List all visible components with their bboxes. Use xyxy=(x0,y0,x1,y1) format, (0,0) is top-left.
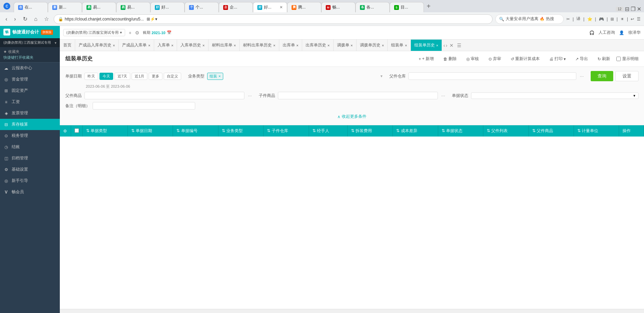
th-gear[interactable]: ⚙ xyxy=(60,125,71,137)
date-btn-today[interactable]: 今天 xyxy=(99,73,113,80)
tab-close-material-out[interactable]: × xyxy=(234,43,236,47)
th-checkbox[interactable] xyxy=(71,125,82,137)
recalculate-button[interactable]: ↺ 重新计算成本 xyxy=(507,55,543,63)
refresh-button[interactable]: ↻ 刷新 xyxy=(594,55,614,63)
tab-close-transfer[interactable]: × xyxy=(351,43,353,47)
game-icon[interactable]: 🎮 xyxy=(599,17,604,22)
th-bill-no[interactable]: ⇅ 单据编号 xyxy=(173,125,218,137)
tab-7[interactable]: 企 企... xyxy=(219,2,253,12)
sidebar-item-tax[interactable]: ⊙ 税务管理 xyxy=(0,130,60,141)
th-bill-type[interactable]: ⇅ 单据类型 xyxy=(82,125,128,137)
print-dropdown-icon[interactable]: ▾ xyxy=(564,57,566,61)
parent-goods-input[interactable] xyxy=(84,92,244,99)
sidebar-item-cloud-report[interactable]: ☁ 云报表中心 xyxy=(0,62,60,74)
calendar-icon[interactable]: 📅 xyxy=(167,30,172,35)
page-tab-assembly[interactable]: 组装单 × xyxy=(388,40,411,51)
show-detail-checkbox[interactable] xyxy=(616,57,621,61)
parent-warehouse-input[interactable] xyxy=(408,72,576,80)
tab-1[interactable]: 在 在... xyxy=(14,2,48,12)
tab-scroll-left[interactable]: ‹ xyxy=(443,43,445,48)
period-selector[interactable]: 账期 2021-10 📅 xyxy=(143,30,172,35)
page-tab-home[interactable]: 首页 xyxy=(60,40,75,51)
forward-button[interactable]: › xyxy=(12,15,18,24)
tab-more[interactable]: ☰ xyxy=(456,43,463,48)
tab-close-transfer-history[interactable]: × xyxy=(382,43,384,47)
th-parent-goods[interactable]: ⇅ 父件商品 xyxy=(528,125,574,137)
new-tab-button[interactable]: + xyxy=(424,2,433,10)
th-bill-date[interactable]: ⇅ 单据日期 xyxy=(128,125,173,137)
set-button[interactable]: 设置 xyxy=(615,71,639,81)
company-selector[interactable]: (勿删勿禁用) 江西服宝测试专用 ▾ xyxy=(63,29,125,36)
tab-close-all[interactable]: ✕ xyxy=(448,43,455,48)
delete-button[interactable]: 🗑 删除 xyxy=(440,55,460,63)
address-dropdown[interactable]: ▾ xyxy=(155,17,157,22)
sidebar-item-inventory[interactable]: ⊟ 库存核算 xyxy=(0,119,60,130)
date-btn-custom[interactable]: 自定义 xyxy=(164,73,181,80)
page-tab-inbound-history[interactable]: 入库单历史 × xyxy=(177,40,208,51)
tab-close-assembly[interactable]: × xyxy=(405,43,407,47)
th-bill-status[interactable]: ⇅ 单据状态 xyxy=(438,125,483,137)
th-child-warehouse[interactable]: ⇅ 子件仓库 xyxy=(264,125,309,137)
tab-8-active[interactable]: 好 好... ✕ xyxy=(253,2,287,12)
sidebar-item-settings[interactable]: ⚙ 基础设置 xyxy=(0,164,60,175)
home-button[interactable]: ⌂ xyxy=(32,15,40,24)
th-cost-diff[interactable]: ⇅ 成本差异 xyxy=(393,125,438,137)
tab-11[interactable]: 各 各... xyxy=(355,2,390,12)
tab-close-material-out-history[interactable]: × xyxy=(273,43,275,47)
tab-close-inbound[interactable]: × xyxy=(171,43,173,47)
review-button[interactable]: ◎ 审核 xyxy=(463,55,482,63)
tab-6[interactable]: 个 个... xyxy=(185,2,219,12)
select-all-checkbox[interactable] xyxy=(75,128,79,133)
date-btn-yesterday[interactable]: 昨天 xyxy=(84,73,98,80)
reload-button[interactable]: ↻ xyxy=(21,14,29,24)
page-tab-transfer-history[interactable]: 调拨单历史 × xyxy=(357,40,388,51)
sidebar-item-settle[interactable]: ◷ 结账 xyxy=(0,141,60,153)
horizontal-scrollbar[interactable] xyxy=(60,309,644,313)
sidebar-company[interactable]: (勿删勿禁用) 江西服宝测试专用 ▾ xyxy=(0,38,60,47)
query-button[interactable]: 查询 xyxy=(591,71,613,81)
sidebar-item-fund[interactable]: ◎ 资金管理 xyxy=(0,74,60,85)
th-disassemble-fee[interactable]: ⇅ 拆装费用 xyxy=(347,125,392,137)
page-tab-assembly-history[interactable]: 组装单历史 × xyxy=(411,40,442,51)
tab-2[interactable]: 新 新... xyxy=(48,2,82,12)
settings-gear-button[interactable]: ⚙ xyxy=(135,30,139,35)
th-unit[interactable]: ⇅ 计量单位 xyxy=(574,125,619,137)
page-tab-finished-goods-history[interactable]: 产成品入库单历史 × xyxy=(75,40,119,51)
th-biz-type[interactable]: ⇅ 业务类型 xyxy=(218,125,263,137)
th-parent-list[interactable]: ⇅ 父件列表 xyxy=(483,125,528,137)
th-handler[interactable]: ⇅ 经手人 xyxy=(309,125,347,137)
sidebar-item-invoice[interactable]: ◈ 发票管理 xyxy=(0,108,60,119)
tab-close-assembly-history[interactable]: × xyxy=(436,43,438,47)
service-label[interactable]: 人工咨询 xyxy=(599,30,615,35)
tab-5[interactable]: 好 好... xyxy=(150,2,185,12)
bill-status-dropdown[interactable]: ▾ xyxy=(471,93,639,99)
date-btn-7days[interactable]: 近7天 xyxy=(115,73,130,80)
page-tab-material-out-history[interactable]: 材料出库单历史 × xyxy=(240,40,279,51)
search-bar[interactable]: 🔍 大量安卓用户逃离 🔥 热搜 xyxy=(495,14,564,24)
child-goods-input[interactable] xyxy=(278,92,438,99)
lightning-icon[interactable]: ⚡ xyxy=(150,17,155,22)
tab-8-close[interactable]: ✕ xyxy=(280,5,283,10)
date-btn-more[interactable]: 更多 xyxy=(149,73,162,80)
star2-icon[interactable]: ⭐ xyxy=(587,17,592,22)
translate-icon[interactable]: 译 xyxy=(576,16,580,22)
parent-goods-dots[interactable]: ··· xyxy=(248,93,252,98)
tab-10[interactable]: M 畅... xyxy=(321,2,355,12)
menu-icon[interactable]: ☰ xyxy=(637,17,641,22)
sidebar-item-payroll[interactable]: ≡ 工资 xyxy=(0,96,60,108)
sidebar-item-member[interactable]: V 畅会员 xyxy=(0,186,60,198)
page-tab-material-out[interactable]: 材料出库单 × xyxy=(209,40,240,51)
bookmark-button[interactable]: ☆ xyxy=(42,14,51,24)
address-bar[interactable]: 🔒 https://cloud.chanjet.com/accounting/u… xyxy=(54,14,493,24)
sun-icon[interactable]: ☀ xyxy=(620,17,624,22)
biz-type-dropdown[interactable]: ▾ xyxy=(380,74,383,79)
tab-close-finished-goods-history[interactable]: × xyxy=(113,43,115,47)
page-tab-outbound-history[interactable]: 出库单历史 × xyxy=(302,40,333,51)
tab-close-inbound-history[interactable]: × xyxy=(202,43,204,47)
tab-close-outbound[interactable]: × xyxy=(296,43,298,47)
show-detail-checkbox-label[interactable]: 显示明细 xyxy=(616,56,639,62)
grid-icon[interactable]: ⊞ xyxy=(611,17,614,22)
new-button[interactable]: + + 新增 xyxy=(415,55,437,63)
page-tab-transfer[interactable]: 调拨单 × xyxy=(334,40,357,51)
tab-close-finished-goods[interactable]: × xyxy=(148,43,150,47)
